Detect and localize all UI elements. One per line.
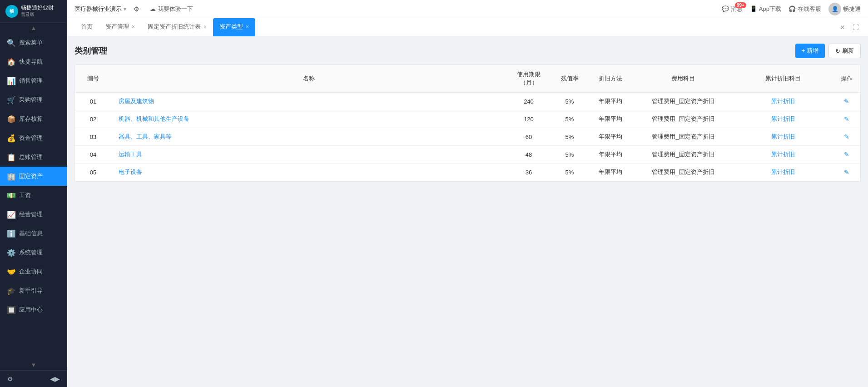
tab-asset-type[interactable]: 资产类型 ×: [213, 18, 255, 36]
app-settings-icon[interactable]: ⚙: [130, 3, 143, 15]
sales-icon: 📊: [7, 77, 15, 85]
avatar: 👤: [828, 3, 841, 15]
cell-expense-4: 管理费用_固定资产折旧: [633, 164, 733, 181]
page-title: 类别管理: [74, 45, 107, 56]
header-id: 编号: [75, 65, 111, 93]
sidebar-item-search[interactable]: 🔍 搜索菜单: [0, 33, 67, 52]
name-link-1[interactable]: 机器、机械和其他生产设备: [119, 115, 189, 122]
page-actions: + 新增 ↻ 刷新: [795, 44, 861, 58]
cell-method-4: 年限平均: [588, 164, 633, 181]
name-link-4[interactable]: 电子设备: [119, 169, 142, 175]
new-button[interactable]: + 新增: [795, 44, 825, 58]
edit-icon-1[interactable]: ✎: [844, 115, 849, 123]
fixed-asset-icon: 🏢: [7, 172, 15, 180]
sidebar-item-guide[interactable]: 🎓 新手引导: [0, 281, 67, 300]
expand-window-btn[interactable]: ⛶: [851, 22, 861, 33]
cell-residual-4: 5%: [551, 164, 588, 181]
cell-method-0: 年限平均: [588, 93, 633, 110]
name-link-0[interactable]: 房屋及建筑物: [119, 98, 154, 104]
header-period: 使用期限（月）: [506, 65, 551, 93]
ledger-icon: 📋: [7, 153, 15, 161]
cell-expense-1: 管理费用_固定资产折旧: [633, 110, 733, 128]
edit-icon-2[interactable]: ✎: [844, 133, 849, 140]
asset-type-table: 编号 名称 使用期限（月） 残值率 折旧方法 费用科目 累计折旧科目 操作 01…: [74, 64, 861, 182]
cell-name-4: 电子设备: [111, 164, 506, 181]
sidebar-nav: 🔍 搜索菜单 🏠 快捷导航 📊 销售管理 🛒 采购管理 📦 库存核算 💰 资金管…: [0, 33, 67, 360]
accum-link-0[interactable]: 累计折旧: [771, 98, 795, 104]
inventory-icon: 📦: [7, 115, 15, 123]
app-selector[interactable]: 医疗器械行业演示 ▾: [74, 5, 126, 13]
cell-accum-0: 累计折旧: [733, 93, 833, 110]
tab-asset-manage[interactable]: 资产管理 ×: [99, 18, 141, 36]
edit-icon-4[interactable]: ✎: [844, 169, 849, 176]
phone-icon: 📱: [750, 5, 757, 12]
tab-close-depreciation[interactable]: ×: [203, 24, 207, 30]
settings-btn[interactable]: ⚙: [7, 375, 13, 382]
table-row: 05 电子设备 36 5% 年限平均 管理费用_固定资产折旧 累计折旧 ✎: [75, 164, 860, 181]
cell-action-4: ✎: [833, 164, 860, 181]
sidebar-item-basic-info[interactable]: ℹ️ 基础信息: [0, 224, 67, 243]
sidebar-item-fixed-asset[interactable]: 🏢 固定资产: [0, 167, 67, 186]
cell-method-1: 年限平均: [588, 110, 633, 128]
sidebar-item-ledger[interactable]: 📋 总账管理: [0, 148, 67, 167]
accum-link-2[interactable]: 累计折旧: [771, 133, 795, 140]
sidebar-item-inventory[interactable]: 📦 库存核算: [0, 109, 67, 129]
cell-residual-3: 5%: [551, 146, 588, 164]
cell-name-2: 器具、工具、家具等: [111, 128, 506, 146]
guide-icon: 🎓: [7, 287, 15, 295]
scroll-down-arrow[interactable]: ▼: [0, 360, 67, 370]
tab-depreciation-table[interactable]: 固定资产折旧统计表 ×: [141, 18, 213, 36]
tab-bar: 首页 资产管理 × 固定资产折旧统计表 × 资产类型 × ✕ ⛶: [67, 18, 868, 36]
fund-icon: 💰: [7, 134, 15, 142]
table-row: 02 机器、机械和其他生产设备 120 5% 年限平均 管理费用_固定资产折旧 …: [75, 110, 860, 128]
cell-name-0: 房屋及建筑物: [111, 93, 506, 110]
sidebar-item-quicknav[interactable]: 🏠 快捷导航: [0, 52, 67, 71]
header-action: 操作: [833, 65, 860, 93]
edit-icon-3[interactable]: ✎: [844, 151, 849, 158]
name-link-3[interactable]: 运输工具: [119, 151, 142, 158]
header-residual: 残值率: [551, 65, 588, 93]
table-row: 01 房屋及建筑物 240 5% 年限平均 管理费用_固定资产折旧 累计折旧 ✎: [75, 93, 860, 110]
window-controls: ✕ ⛶: [838, 22, 861, 33]
user-action[interactable]: 👤 畅捷通: [828, 3, 861, 15]
cell-accum-4: 累计折旧: [733, 164, 833, 181]
sidebar-footer: ⚙ ◀▶: [0, 370, 67, 387]
accum-link-4[interactable]: 累计折旧: [771, 169, 795, 175]
cell-action-3: ✎: [833, 146, 860, 164]
sidebar-item-payroll[interactable]: 💵 工资: [0, 186, 67, 205]
tab-close-asset-manage[interactable]: ×: [132, 24, 135, 30]
cell-expense-0: 管理费用_固定资产折旧: [633, 93, 733, 110]
sidebar-item-purchase[interactable]: 🛒 采购管理: [0, 90, 67, 109]
sidebar-item-sales[interactable]: 📊 销售管理: [0, 71, 67, 90]
sidebar-item-app-center[interactable]: 🔲 应用中心: [0, 300, 67, 319]
scroll-up-arrow[interactable]: ▲: [0, 23, 67, 33]
main-area: 医疗器械行业演示 ▾ ⚙ ☁ 我要体验一下 💬 消息 99+ 📱 App下载 🎧…: [67, 0, 868, 387]
cell-period-1: 120: [506, 110, 551, 128]
accum-link-1[interactable]: 累计折旧: [771, 115, 795, 122]
app-download-action[interactable]: 📱 App下载: [750, 5, 781, 13]
sidebar-item-system[interactable]: ⚙️ 系统管理: [0, 243, 67, 262]
cell-id-2: 03: [75, 128, 111, 146]
header-method: 折旧方法: [588, 65, 633, 93]
cell-period-2: 60: [506, 128, 551, 146]
customer-service-action[interactable]: 🎧 在线客服: [789, 5, 821, 13]
experience-button[interactable]: ☁ 我要体验一下: [146, 3, 197, 15]
collapse-btn[interactable]: ◀▶: [50, 375, 60, 382]
tab-close-asset-type[interactable]: ×: [246, 24, 249, 30]
edit-icon-0[interactable]: ✎: [844, 98, 849, 105]
close-window-btn[interactable]: ✕: [838, 22, 847, 33]
sidebar-item-enterprise[interactable]: 🤝 企业协同: [0, 262, 67, 281]
header-left: 医疗器械行业演示 ▾ ⚙ ☁ 我要体验一下: [74, 3, 197, 15]
top-header: 医疗器械行业演示 ▾ ⚙ ☁ 我要体验一下 💬 消息 99+ 📱 App下载 🎧…: [67, 0, 868, 18]
cell-expense-2: 管理费用_固定资产折旧: [633, 128, 733, 146]
sidebar-item-operations[interactable]: 📈 经营管理: [0, 205, 67, 224]
accum-link-3[interactable]: 累计折旧: [771, 151, 795, 158]
name-link-2[interactable]: 器具、工具、家具等: [119, 133, 172, 140]
message-action[interactable]: 💬 消息 99+: [722, 5, 743, 13]
cell-method-2: 年限平均: [588, 128, 633, 146]
tab-home[interactable]: 首页: [74, 18, 99, 36]
header-right: 💬 消息 99+ 📱 App下载 🎧 在线客服 👤 畅捷通: [722, 3, 861, 15]
cell-accum-2: 累计折旧: [733, 128, 833, 146]
sidebar-item-fund[interactable]: 💰 资金管理: [0, 129, 67, 148]
refresh-button[interactable]: ↻ 刷新: [828, 44, 861, 58]
